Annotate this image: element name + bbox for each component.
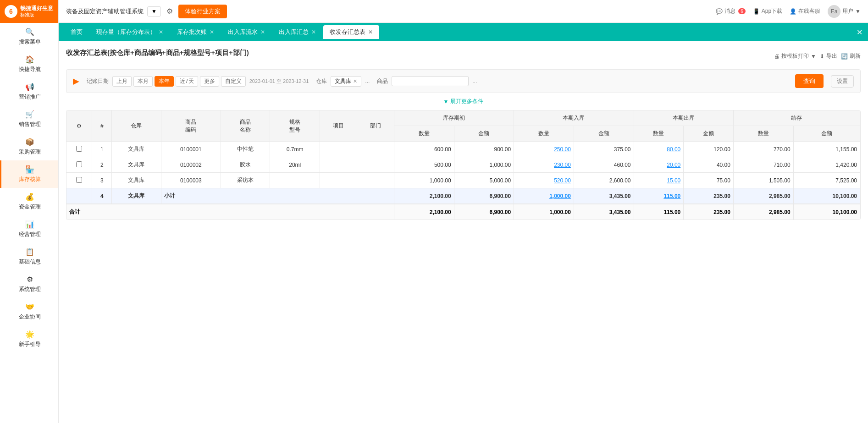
expand-conditions-btn[interactable]: ▼ 展开更多条件 bbox=[443, 98, 484, 105]
refresh-btn[interactable]: 🔄 刷新 bbox=[841, 52, 861, 60]
print-btn[interactable]: 🖨 按模板打印 ▼ bbox=[774, 52, 816, 60]
warehouse-tag[interactable]: 文具库 ✕ bbox=[331, 76, 361, 87]
sidebar-item-marketing[interactable]: 📢 营销推广 bbox=[0, 78, 58, 105]
inventory-icon: 🏪 bbox=[25, 165, 34, 174]
th-out-qty: 数量 bbox=[634, 126, 684, 142]
goods-filter-input[interactable] bbox=[392, 76, 469, 86]
row-spec-2 bbox=[270, 173, 320, 188]
date-btn-本月[interactable]: 本月 bbox=[133, 76, 153, 87]
warehouse-filter-section: 仓库 文具库 ✕ ... bbox=[316, 76, 370, 87]
row-out-qty-1[interactable]: 20.00 bbox=[634, 157, 684, 173]
app-download-btn[interactable]: 📱 App下载 bbox=[753, 7, 782, 15]
message-badge: 6 bbox=[738, 8, 746, 14]
row-code-1: 0100002 bbox=[161, 157, 221, 173]
query-button[interactable]: 查询 bbox=[795, 74, 824, 88]
sidebar-item-system[interactable]: ⚙ 系统管理 bbox=[0, 270, 58, 298]
sidebar-item-guide[interactable]: 🌟 新手引导 bbox=[0, 325, 58, 353]
logo-text: 畅捷通好生意 标准版 bbox=[20, 5, 53, 18]
row-project-0 bbox=[320, 142, 357, 157]
close-all-tabs-btn[interactable]: ✕ bbox=[857, 28, 862, 37]
row-check-0[interactable] bbox=[66, 142, 92, 157]
tab-close-2[interactable]: ✕ bbox=[210, 29, 214, 35]
row-bal-amt-0: 1,155.00 bbox=[793, 142, 860, 157]
row-check-2[interactable] bbox=[66, 173, 92, 188]
tab-close-4[interactable]: ✕ bbox=[311, 29, 316, 35]
goods-more-btn[interactable]: ... bbox=[472, 78, 477, 84]
row-in-qty-1[interactable]: 230.00 bbox=[514, 157, 574, 173]
tab-0[interactable]: 首页 bbox=[64, 25, 89, 39]
filter-toggle-btn[interactable]: ▶ bbox=[73, 76, 79, 86]
sidebar-item-sales[interactable]: 🛒 销售管理 bbox=[0, 105, 58, 133]
subtotal-warehouse: 文具库 bbox=[112, 188, 161, 204]
page-actions: 🖨 按模板打印 ▼ ⬇ 导出 🔄 刷新 bbox=[774, 52, 861, 60]
settings-button[interactable]: 设置 bbox=[831, 75, 854, 88]
col-settings-icon: ⚙ bbox=[77, 123, 82, 129]
subtotal-in-qty[interactable]: 1,000.00 bbox=[514, 188, 574, 204]
export-btn[interactable]: ⬇ 导出 bbox=[820, 52, 837, 60]
marketing-icon: 📢 bbox=[25, 82, 34, 91]
row-checkbox-0[interactable] bbox=[76, 146, 82, 152]
row-in-qty-2[interactable]: 520.00 bbox=[514, 173, 574, 188]
th-start-amt: 金额 bbox=[454, 126, 514, 142]
sidebar-item-finance[interactable]: 💰 资金管理 bbox=[0, 188, 58, 215]
expand-conditions-row: ▼ 展开更多条件 bbox=[66, 98, 861, 105]
sidebar-item-quick[interactable]: 🏠 快捷导航 bbox=[0, 50, 58, 78]
date-btn-近7天[interactable]: 近7天 bbox=[176, 76, 198, 87]
total-label: 合计 bbox=[66, 204, 394, 220]
date-btn-上月[interactable]: 上月 bbox=[112, 76, 132, 87]
tab-close-5[interactable]: ✕ bbox=[368, 29, 373, 35]
row-check-1[interactable] bbox=[66, 157, 92, 173]
experience-button[interactable]: 体验行业方案 bbox=[178, 5, 227, 18]
sidebar-item-purchase[interactable]: 📦 采购管理 bbox=[0, 133, 58, 160]
sidebar-item-inventory[interactable]: 🏪 库存核算 bbox=[0, 160, 58, 188]
data-table: ⚙ # 仓库 商品编码 商品名称 规格型号 项目 部门 库存期初 本期入库 本期… bbox=[66, 110, 860, 220]
tab-5[interactable]: 收发存汇总表 ✕ bbox=[323, 25, 379, 39]
row-in-amt-0: 375.00 bbox=[574, 142, 634, 157]
warehouse-more-btn[interactable]: ... bbox=[365, 78, 370, 84]
message-btn[interactable]: 💬 消息 6 bbox=[716, 7, 746, 15]
row-code-2: 0100003 bbox=[161, 173, 221, 188]
subtotal-out-qty[interactable]: 115.00 bbox=[634, 188, 684, 204]
sidebar-item-search[interactable]: 🔍 搜索菜单 bbox=[0, 23, 58, 50]
sidebar-item-corp[interactable]: 🤝 企业协同 bbox=[0, 298, 58, 325]
subtotal-start-qty: 2,100.00 bbox=[394, 188, 454, 204]
row-out-qty-2[interactable]: 15.00 bbox=[634, 173, 684, 188]
refresh-icon: 🔄 bbox=[841, 53, 848, 60]
tab-3[interactable]: 出入库流水 ✕ bbox=[221, 25, 271, 39]
date-filter-section: 记账日期 上月本月本年近7天更多自定义 2023-01-01 至 2023-12… bbox=[87, 76, 309, 87]
tab-close-1[interactable]: ✕ bbox=[159, 29, 163, 35]
tab-bar: 首页现存量（库存分布表） ✕库存批次账 ✕出入库流水 ✕出入库汇总 ✕收发存汇总… bbox=[59, 23, 868, 41]
row-bal-qty-1: 710.00 bbox=[733, 157, 793, 173]
sidebar-item-base[interactable]: 📋 基础信息 bbox=[0, 243, 58, 270]
warehouse-tag-close[interactable]: ✕ bbox=[353, 78, 357, 84]
goods-filter-section: 商品 ... bbox=[377, 76, 477, 86]
total-out-qty: 115.00 bbox=[634, 204, 684, 220]
th-settings[interactable]: ⚙ bbox=[66, 110, 92, 142]
row-dept-2 bbox=[357, 173, 394, 188]
row-checkbox-1[interactable] bbox=[76, 161, 82, 167]
subtotal-check bbox=[66, 188, 92, 204]
row-checkbox-2[interactable] bbox=[76, 177, 82, 183]
tab-4[interactable]: 出入库汇总 ✕ bbox=[272, 25, 322, 39]
sidebar-item-label: 系统管理 bbox=[19, 286, 41, 293]
tab-close-3[interactable]: ✕ bbox=[260, 29, 265, 35]
tab-1[interactable]: 现存量（库存分布表） ✕ bbox=[90, 25, 170, 39]
tab-2[interactable]: 库存批次账 ✕ bbox=[171, 25, 221, 39]
row-in-qty-0[interactable]: 250.00 bbox=[514, 142, 574, 157]
corp-icon: 🤝 bbox=[25, 302, 34, 311]
th-period-start: 库存期初 bbox=[394, 110, 514, 126]
row-name-0: 中性笔 bbox=[221, 142, 270, 157]
date-btn-本年[interactable]: 本年 bbox=[155, 76, 174, 87]
sidebar-item-operation[interactable]: 📊 经营管理 bbox=[0, 215, 58, 243]
sidebar-logo: 6 畅捷通好生意 标准版 bbox=[0, 0, 58, 23]
date-btn-更多[interactable]: 更多 bbox=[200, 76, 219, 87]
row-start-qty-0: 600.00 bbox=[394, 142, 454, 157]
date-btn-自定义[interactable]: 自定义 bbox=[221, 76, 246, 87]
system-dropdown-btn[interactable]: ▼ bbox=[147, 6, 161, 16]
row-out-qty-0[interactable]: 80.00 bbox=[634, 142, 684, 157]
row-warehouse-1: 文具库 bbox=[112, 157, 161, 173]
user-area[interactable]: Ea 用户 ▼ bbox=[828, 5, 861, 18]
settings-gear-icon[interactable]: ⚙ bbox=[166, 7, 173, 16]
app-header: 装备及固定资产辅助管理系统 ▼ ⚙ 体验行业方案 💬 消息 6 📱 App下载 … bbox=[59, 0, 868, 23]
online-service-btn[interactable]: 👤 在线客服 bbox=[790, 7, 820, 15]
